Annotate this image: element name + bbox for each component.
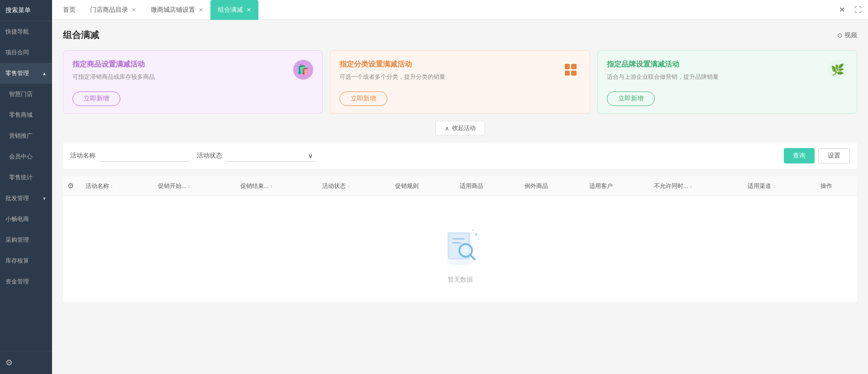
activity-status-select[interactable]: ∨ [226,150,316,162]
brand-card-icon: 🌿 [828,60,848,80]
gear-icon[interactable]: ⚙ [67,182,74,190]
play-icon: ⊙ [837,32,843,39]
tab-bar-actions: ✕ ⛶ [835,4,864,16]
query-button[interactable]: 查询 [784,148,815,163]
svg-rect-4 [452,242,461,244]
empty-state: 暂无数据 [63,196,857,302]
th-exception-goods: 例外商品 [520,176,585,196]
promo-cards-row: 指定商品设置满减活动 可指定滞销商品或库存较多商品 🛍️ 立即新增 指定分类设置… [63,50,857,114]
video-link[interactable]: ⊙ 视频 [837,31,857,39]
close-tab-wechat-settings[interactable]: ✕ [199,7,203,13]
empty-state-row: 暂无数据 [63,196,857,302]
product-card-icon: 🛍️ [293,60,313,80]
chevron-up-icon: ∧ [445,125,449,132]
settings-button[interactable]: ⚙ [0,351,52,374]
sidebar-item-finance[interactable]: 资金管理 [0,271,52,292]
tab-combo-discount[interactable]: 组合满减 ✕ [210,0,258,20]
brand-card-desc: 适合与上游企业联合做营销，提升品牌销量 [607,73,848,84]
filter-actions: 查询 设置 [784,148,850,163]
svg-point-6 [461,246,470,255]
th-activity-status[interactable]: 活动状态 [318,176,390,196]
data-table: ⚙ 活动名称 促销开始... 促销结束... 活动状态 促销规则 适用商品 例外… [63,176,857,302]
brand-promo-card: 指定品牌设置满减活动 适合与上游企业联合做营销，提升品牌销量 🌿 立即新增 [597,50,857,114]
empty-icon [438,223,483,269]
collapse-button[interactable]: ∧ 收起活动 [435,121,485,135]
sidebar-item-xiaochang[interactable]: 小畅电商 [0,209,52,230]
brand-card-title: 指定品牌设置满减活动 [607,60,848,69]
page-header: 组合满减 ⊙ 视频 [63,29,857,41]
brand-card-add-btn[interactable]: 立即新增 [607,91,655,106]
settings-filter-button[interactable]: 设置 [818,148,850,163]
category-promo-card: 指定分类设置满减活动 可选一个或者多个分类，提升分类的销量 立即新增 [330,50,590,114]
sidebar: 搜索菜单 快捷导航 项目合同 零售管理 ▲ 智慧门店 零售商城 营销推广 会员中… [0,0,52,374]
product-promo-card: 指定商品设置满减活动 可指定滞销商品或库存较多商品 🛍️ 立即新增 [63,50,323,114]
th-activity-name[interactable]: 活动名称 [81,176,153,196]
empty-text: 暂无数据 [63,276,857,284]
product-card-desc: 可指定滞销商品或库存较多商品 [72,73,313,84]
th-promo-end[interactable]: 促销结束... [236,176,318,196]
svg-line-7 [470,255,475,259]
activity-name-filter: 活动名称 [70,150,190,162]
chevron-down-icon: ∨ [308,152,313,159]
activity-name-input[interactable] [99,150,190,162]
collapse-bar: ∧ 收起活动 [63,121,857,135]
tab-wechat-settings[interactable]: 微商城店铺设置 ✕ [143,0,210,20]
svg-point-9 [472,229,474,231]
th-no-concurrent[interactable]: 不允许同时... [649,176,744,196]
grid-icon [565,64,577,76]
page-content: 组合满减 ⊙ 视频 指定商品设置满减活动 可指定滞销商品或库存较多商品 🛍️ 立… [52,20,868,374]
category-card-icon [561,60,581,80]
th-applicable-goods: 适用商品 [455,176,520,196]
sidebar-item-wholesale-mgmt[interactable]: 批发管理 ▼ [0,188,52,209]
table-header: ⚙ 活动名称 促销开始... 促销结束... 活动状态 促销规则 适用商品 例外… [63,176,857,196]
sidebar-item-marketing[interactable]: 营销推广 [0,125,52,146]
sidebar-search[interactable]: 搜索菜单 [0,0,52,21]
category-card-add-btn[interactable]: 立即新增 [339,91,387,106]
sidebar-item-inventory[interactable]: 库存核算 [0,250,52,271]
table-body: 暂无数据 [63,196,857,302]
sidebar-item-smart-store[interactable]: 智慧门店 [0,84,52,105]
th-operations: 操作 [816,176,857,196]
activity-status-filter: 活动状态 ∨ [197,150,316,162]
chevron-down-icon: ▼ [42,196,47,201]
svg-rect-3 [452,238,465,240]
empty-illustration [438,223,483,269]
expand-window-button[interactable]: ⛶ [852,4,864,16]
sidebar-item-retail-stats[interactable]: 零售统计 [0,167,52,188]
activity-name-label: 活动名称 [70,152,95,160]
category-card-title: 指定分类设置满减活动 [339,60,580,69]
sidebar-item-quick-nav[interactable]: 快捷导航 [0,21,52,42]
sidebar-item-retail-mgmt[interactable]: 零售管理 ▲ [0,63,52,84]
th-promo-start[interactable]: 促销开始... [153,176,236,196]
page-title: 组合满减 [63,29,99,41]
tab-home[interactable]: 首页 [56,0,83,20]
filter-row: 活动名称 活动状态 ∨ 查询 设置 [63,143,857,169]
th-applicable-customers: 适用客户 [585,176,649,196]
sidebar-item-purchase-mgmt[interactable]: 采购管理 [0,230,52,250]
data-table-container: ⚙ 活动名称 促销开始... 促销结束... 活动状态 促销规则 适用商品 例外… [63,176,857,302]
main-area: 首页 门店商品目录 ✕ 微商城店铺设置 ✕ 组合满减 ✕ ✕ ⛶ 组合满减 ⊙ … [52,0,868,374]
svg-point-10 [477,238,479,240]
category-card-desc: 可选一个或者多个分类，提升分类的销量 [339,73,580,84]
close-window-button[interactable]: ✕ [835,4,848,16]
leaf-icon: 🌿 [831,63,844,76]
close-tab-store-catalog[interactable]: ✕ [132,7,136,13]
th-promo-rules: 促销规则 [391,176,455,196]
chevron-up-icon: ▲ [42,71,47,76]
product-card-title: 指定商品设置满减活动 [72,60,313,69]
th-applicable-channel[interactable]: 适用渠道 [743,176,816,196]
product-card-add-btn[interactable]: 立即新增 [72,91,120,106]
sidebar-item-project-contract[interactable]: 项目合同 [0,42,52,63]
activity-status-label: 活动状态 [197,152,222,160]
tab-bar: 首页 门店商品目录 ✕ 微商城店铺设置 ✕ 组合满减 ✕ ✕ ⛶ [52,0,868,20]
svg-point-8 [475,233,477,236]
close-tab-combo-discount[interactable]: ✕ [247,7,251,13]
th-settings: ⚙ [63,176,81,196]
sidebar-item-retail-mall[interactable]: 零售商城 [0,105,52,125]
sidebar-item-member-center[interactable]: 会员中心 [0,146,52,167]
tab-store-catalog[interactable]: 门店商品目录 ✕ [83,0,143,20]
